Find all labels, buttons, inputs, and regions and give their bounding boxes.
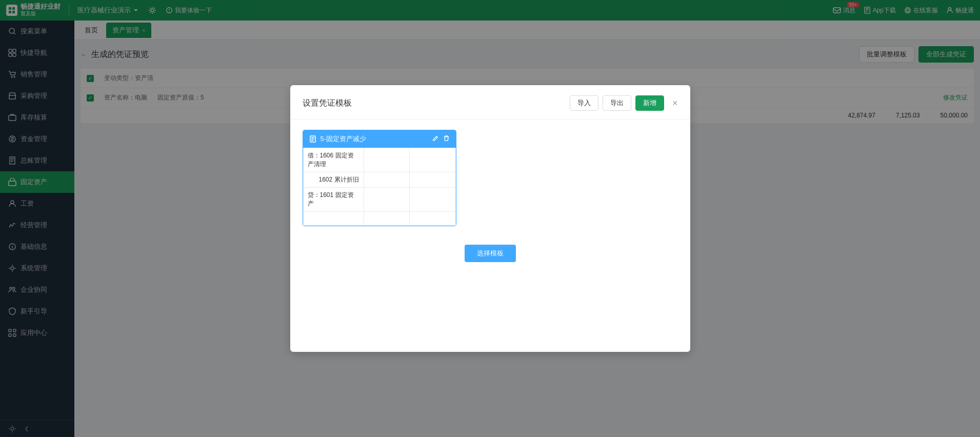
template-table: 借：1606 固定资产清理 1602 累计折旧 (303, 148, 456, 226)
template-card-header: 5-固定资产减少 (303, 130, 456, 148)
credit-label-1: 贷：1601 固定资产 (303, 188, 364, 212)
template-card-header-left: 5-固定资产减少 (309, 134, 367, 144)
template-doc-icon (309, 135, 316, 143)
template-edit-icon[interactable] (432, 135, 439, 143)
credit-value-1b (410, 188, 455, 212)
debit-value-2a (364, 172, 410, 188)
export-button[interactable]: 导出 (603, 95, 631, 111)
empty-cell-3 (410, 212, 455, 226)
content-area: 首页 资产管理 × ← 生成的凭证预览 批量调整模板 全部生成凭证 (74, 21, 980, 437)
modal: 设置凭证模板 导入 导出 新增 × (290, 85, 690, 352)
debit-value-1b (410, 148, 455, 172)
modal-body: 5-固定资产减少 (290, 120, 690, 352)
template-row-debit2: 1602 累计折旧 (303, 172, 455, 188)
template-card-actions (432, 135, 450, 143)
select-template-button[interactable]: 选择模板 (465, 245, 516, 262)
modal-overlay: 设置凭证模板 导入 导出 新增 × (74, 40, 980, 437)
empty-cell-1 (303, 212, 364, 226)
credit-value-1a (364, 188, 410, 212)
modal-title: 设置凭证模板 (303, 98, 352, 109)
template-row-debit1: 借：1606 固定资产清理 (303, 148, 455, 172)
template-title: 5-固定资产减少 (321, 134, 367, 144)
empty-cell-2 (364, 212, 410, 226)
debit-value-1a (364, 148, 410, 172)
select-template-wrapper: 选择模板 (303, 236, 678, 262)
new-template-button[interactable]: 新增 (635, 95, 664, 111)
content-main: ← 生成的凭证预览 批量调整模板 全部生成凭证 ✓ 变动类型：资产清 (74, 40, 980, 437)
template-delete-icon[interactable] (443, 135, 450, 143)
debit-value-2b (410, 172, 455, 188)
template-row-empty (303, 212, 455, 226)
modal-header: 设置凭证模板 导入 导出 新增 × (290, 85, 690, 120)
debit-label-2: 1602 累计折旧 (303, 172, 364, 188)
template-row-credit1: 贷：1601 固定资产 (303, 188, 455, 212)
import-button[interactable]: 导入 (570, 95, 598, 111)
modal-close-button[interactable]: × (672, 98, 678, 108)
debit-label-1: 借：1606 固定资产清理 (303, 148, 364, 172)
template-card: 5-固定资产减少 (303, 130, 456, 226)
template-card-body: 借：1606 固定资产清理 1602 累计折旧 (303, 148, 456, 226)
